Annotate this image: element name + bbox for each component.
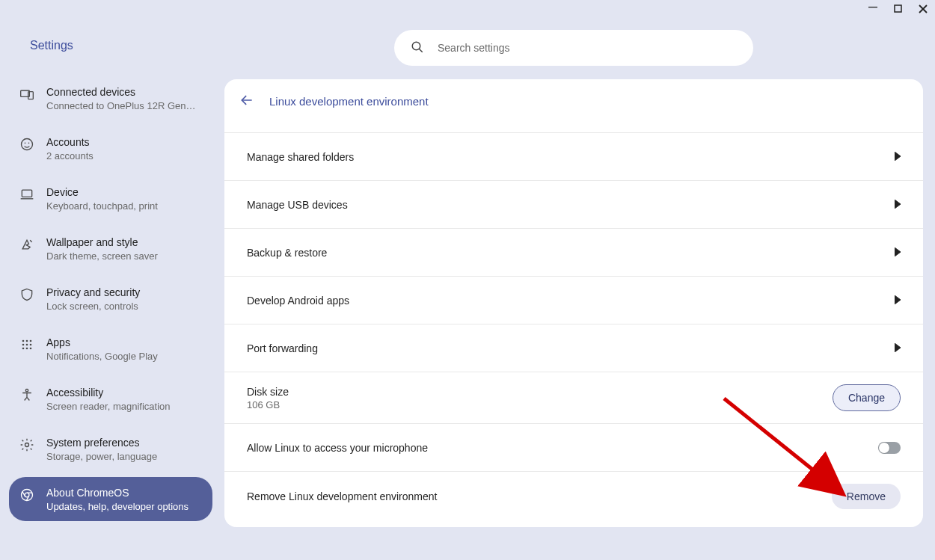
- app-title: Settings: [9, 28, 212, 73]
- sidebar-item-label: Accounts: [46, 135, 94, 149]
- settings-panel: Linux development environment Manage sha…: [224, 79, 923, 527]
- sidebar-item-about-chromeos[interactable]: About ChromeOS Updates, help, developer …: [9, 477, 212, 521]
- row-title: Allow Linux to access your microphone: [247, 442, 428, 454]
- svg-point-6: [25, 143, 26, 144]
- svg-point-17: [30, 348, 32, 350]
- sidebar-item-accessibility[interactable]: Accessibility Screen reader, magnificati…: [9, 377, 212, 421]
- svg-point-7: [28, 143, 30, 144]
- window-titlebar: —: [0, 0, 935, 19]
- svg-marker-26: [895, 200, 901, 209]
- face-icon: [19, 137, 34, 152]
- svg-point-15: [22, 348, 25, 350]
- svg-point-10: [26, 340, 28, 342]
- sidebar-item-sub: Dark theme, screen saver: [46, 250, 158, 262]
- row-develop-android-apps[interactable]: Develop Android apps: [224, 276, 923, 324]
- row-port-forwarding[interactable]: Port forwarding: [224, 324, 923, 372]
- chevron-right-icon: [895, 247, 901, 259]
- apps-grid-icon: [19, 337, 34, 352]
- svg-rect-8: [22, 190, 31, 197]
- close-icon[interactable]: [919, 4, 928, 16]
- svg-marker-27: [895, 247, 901, 256]
- svg-point-5: [22, 139, 33, 150]
- search-icon: [411, 40, 424, 56]
- sidebar-item-sub: Connected to OnePlus 12R Gens...: [46, 100, 196, 111]
- row-disk-size: Disk size 106 GB Change: [224, 372, 923, 423]
- sidebar-item-label: Connected devices: [46, 85, 196, 99]
- row-title: Manage shared folders: [247, 151, 354, 163]
- sidebar-item-system-preferences[interactable]: System preferences Storage, power, langu…: [9, 427, 212, 471]
- accessibility-icon: [19, 387, 34, 402]
- minimize-icon[interactable]: —: [868, 1, 877, 12]
- row-manage-usb-devices[interactable]: Manage USB devices: [224, 180, 923, 228]
- sidebar-item-sub: Screen reader, magnification: [46, 401, 170, 412]
- sidebar: Settings Connected devices Connected to …: [0, 19, 224, 560]
- sidebar-item-sub: Notifications, Google Play: [46, 351, 158, 362]
- sidebar-item-label: System preferences: [46, 436, 157, 449]
- row-title: Port forwarding: [247, 342, 318, 354]
- svg-marker-25: [895, 152, 901, 161]
- svg-point-12: [22, 344, 25, 346]
- svg-point-9: [22, 340, 25, 342]
- row-manage-shared-folders[interactable]: Manage shared folders: [224, 132, 923, 180]
- sidebar-item-sub: 2 accounts: [46, 150, 94, 161]
- sidebar-item-accounts[interactable]: Accounts 2 accounts: [9, 126, 212, 170]
- sidebar-item-sub: Storage, power, language: [46, 451, 157, 462]
- sidebar-item-label: Accessibility: [46, 386, 170, 399]
- row-backup-restore[interactable]: Backup & restore: [224, 228, 923, 276]
- svg-point-18: [25, 390, 28, 392]
- sidebar-item-sub: Keyboard, touchpad, print: [46, 200, 158, 212]
- row-mic-access: Allow Linux to access your microphone: [224, 423, 923, 471]
- shield-icon: [19, 287, 34, 302]
- devices-icon: [19, 87, 34, 102]
- palette-icon: [19, 237, 34, 252]
- svg-marker-28: [895, 295, 901, 304]
- chevron-right-icon: [895, 342, 901, 354]
- sidebar-item-apps[interactable]: Apps Notifications, Google Play: [9, 327, 212, 371]
- chrome-icon: [19, 487, 34, 502]
- sidebar-item-label: Device: [46, 185, 158, 199]
- remove-button[interactable]: Remove: [832, 484, 901, 509]
- chevron-right-icon: [895, 199, 901, 211]
- maximize-icon[interactable]: [894, 4, 902, 15]
- svg-rect-0: [895, 5, 901, 12]
- chevron-right-icon: [895, 295, 901, 307]
- gear-icon: [19, 437, 34, 452]
- back-arrow-icon[interactable]: [239, 93, 254, 110]
- row-title: Backup & restore: [247, 247, 327, 259]
- sidebar-item-connected-devices[interactable]: Connected devices Connected to OnePlus 1…: [9, 76, 212, 120]
- svg-point-19: [25, 443, 29, 447]
- search-input[interactable]: [436, 41, 740, 55]
- sidebar-item-label: Privacy and security: [46, 286, 140, 299]
- row-title: Remove Linux development environment: [247, 490, 437, 502]
- row-title: Manage USB devices: [247, 199, 348, 211]
- sidebar-item-label: Wallpaper and style: [46, 236, 158, 249]
- svg-point-14: [30, 344, 32, 346]
- sidebar-item-privacy-security[interactable]: Privacy and security Lock screen, contro…: [9, 277, 212, 321]
- chevron-right-icon: [895, 151, 901, 163]
- svg-marker-29: [895, 343, 901, 352]
- panel-title: Linux development environment: [269, 95, 429, 108]
- sidebar-item-label: Apps: [46, 336, 158, 349]
- mic-access-toggle[interactable]: [878, 442, 901, 454]
- svg-point-22: [412, 42, 420, 50]
- row-remove-linux: Remove Linux development environment Rem…: [224, 471, 923, 521]
- sidebar-item-wallpaper-style[interactable]: Wallpaper and style Dark theme, screen s…: [9, 227, 212, 271]
- svg-point-16: [26, 348, 28, 350]
- sidebar-item-label: About ChromeOS: [46, 486, 188, 499]
- sidebar-item-sub: Updates, help, developer options: [46, 501, 188, 512]
- row-title: Disk size: [247, 386, 289, 398]
- search-bar[interactable]: [394, 30, 753, 66]
- sidebar-item-sub: Lock screen, controls: [46, 301, 140, 312]
- sidebar-item-device[interactable]: Device Keyboard, touchpad, print: [9, 176, 212, 221]
- row-title: Develop Android apps: [247, 295, 349, 307]
- svg-line-23: [419, 49, 423, 52]
- laptop-icon: [19, 187, 34, 202]
- svg-point-11: [30, 340, 32, 342]
- disk-size-value: 106 GB: [247, 399, 289, 410]
- panel-header: Linux development environment: [224, 79, 923, 132]
- change-button[interactable]: Change: [833, 384, 901, 411]
- svg-point-13: [26, 344, 28, 346]
